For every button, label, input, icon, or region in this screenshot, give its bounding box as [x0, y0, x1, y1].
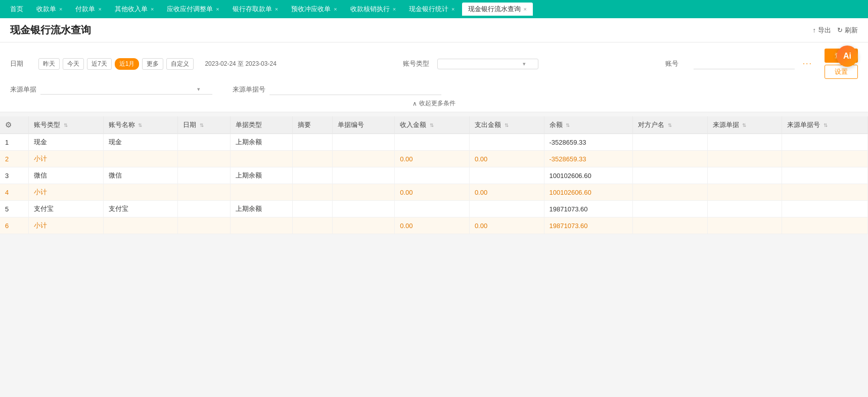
col-gear[interactable]: ⚙: [0, 116, 28, 134]
nav-item-home[interactable]: 首页: [4, 3, 29, 16]
table-header-row: ⚙ 账号类型 ⇅ 账号名称 ⇅ 日期 ⇅ 单据类型 摘要 单据编号 收入金额 ⇅…: [0, 116, 868, 134]
collapse-button[interactable]: ∧ 收起更多条件: [413, 99, 455, 108]
cell-expense: 0.00: [469, 151, 544, 167]
col-source-doc[interactable]: 来源单据 ⇅: [707, 116, 782, 134]
export-icon: ↑: [813, 26, 816, 34]
account-type-label: 账号类型: [403, 59, 429, 68]
close-icon[interactable]: ×: [151, 6, 154, 12]
date-btn-1month[interactable]: 近1月: [115, 58, 140, 70]
chevron-down-icon: ▾: [197, 86, 200, 93]
nav-item-cash-bank-flow[interactable]: 现金银行流水查询 ×: [462, 3, 533, 16]
close-icon[interactable]: ×: [451, 6, 454, 12]
settings-button[interactable]: 设置: [825, 65, 858, 79]
cell-counterparty: [633, 217, 708, 234]
col-date[interactable]: 日期 ⇅: [178, 116, 231, 134]
nav-item-bank-deposit[interactable]: 银行存取款单 ×: [226, 3, 284, 16]
cell-summary: [293, 151, 333, 167]
close-icon[interactable]: ×: [393, 6, 396, 12]
close-icon[interactable]: ×: [98, 6, 101, 12]
cell-balance: 100102606.60: [544, 167, 633, 184]
cell-balance: 19871073.60: [544, 201, 633, 217]
date-options: 昨天 今天 近7天 近1月 更多 自定义: [38, 58, 194, 70]
cell-num: 4: [0, 184, 28, 201]
account-input[interactable]: [694, 58, 795, 69]
cell-source-doc-no: [782, 151, 868, 167]
col-expense[interactable]: 支出金额 ⇅: [469, 116, 544, 134]
nav-item-other-income[interactable]: 其他收入单 ×: [109, 3, 160, 16]
cell-date: [178, 201, 231, 217]
table-row: 6 小计 0.00 0.00 19871073.60: [0, 217, 868, 234]
nav-item-adjustment[interactable]: 应收应付调整单 ×: [161, 3, 225, 16]
date-btn-yesterday[interactable]: 昨天: [38, 58, 60, 70]
account-dots-button[interactable]: ···: [803, 59, 812, 68]
sort-icon: ⇅: [138, 122, 142, 128]
date-btn-custom[interactable]: 自定义: [166, 58, 194, 70]
cell-income: 0.00: [395, 184, 470, 201]
sort-icon: ⇅: [742, 122, 746, 128]
source-doc-no-input[interactable]: [269, 84, 441, 95]
filter-area: 日期 昨天 今天 近7天 近1月 更多 自定义 2023-02-24 至 202…: [0, 42, 868, 112]
cell-summary: [293, 167, 333, 184]
nav-item-collection[interactable]: 收款核销执行 ×: [344, 3, 402, 16]
col-counterparty[interactable]: 对方户名 ⇅: [633, 116, 708, 134]
col-account-type[interactable]: 账号类型 ⇅: [28, 116, 103, 134]
refresh-button[interactable]: ↻ 刷新: [837, 26, 858, 35]
close-icon[interactable]: ×: [524, 6, 527, 12]
cell-expense: 0.00: [469, 217, 544, 234]
cell-summary: [293, 184, 333, 201]
table-body: 1 现金 现金 上期余额 -3528659.33 2 小计 0.00 0.00 …: [0, 134, 868, 234]
date-btn-today[interactable]: 今天: [63, 58, 84, 70]
close-icon[interactable]: ×: [334, 6, 337, 12]
cell-doc-no: [333, 167, 395, 184]
cell-date: [178, 184, 231, 201]
cell-account-name: [103, 217, 178, 234]
sort-icon: ⇅: [824, 122, 828, 128]
source-doc-select[interactable]: ▾: [40, 84, 212, 95]
cell-income: 0.00: [395, 217, 470, 234]
cell-source-doc-no: [782, 217, 868, 234]
sort-icon: ⇅: [64, 122, 68, 128]
refresh-icon: ↻: [837, 26, 843, 34]
col-balance[interactable]: 余额 ⇅: [544, 116, 633, 134]
cell-account-type: 小计: [28, 151, 103, 167]
account-type-select[interactable]: ▾: [437, 59, 538, 69]
nav-item-payment[interactable]: 付款单 ×: [69, 3, 107, 16]
col-income[interactable]: 收入金额 ⇅: [395, 116, 470, 134]
cell-doc-type: [231, 151, 293, 167]
date-btn-7days[interactable]: 近7天: [87, 58, 112, 70]
col-source-doc-no[interactable]: 来源单据号 ⇅: [782, 116, 868, 134]
close-icon[interactable]: ×: [59, 6, 62, 12]
cell-account-type: 微信: [28, 167, 103, 184]
cell-balance: -3528659.33: [544, 151, 633, 167]
cell-num: 3: [0, 167, 28, 184]
cell-doc-type: 上期余额: [231, 201, 293, 217]
gear-icon[interactable]: ⚙: [5, 120, 12, 129]
cell-num: 6: [0, 217, 28, 234]
sort-icon: ⇅: [430, 122, 434, 128]
ai-assistant-button[interactable]: Ai: [837, 46, 858, 67]
cell-source-doc: [707, 184, 782, 201]
close-icon[interactable]: ×: [275, 6, 278, 12]
sort-icon: ⇅: [566, 122, 570, 128]
date-range-display: 2023-02-24 至 2023-03-24: [205, 60, 276, 68]
data-table: ⚙ 账号类型 ⇅ 账号名称 ⇅ 日期 ⇅ 单据类型 摘要 单据编号 收入金额 ⇅…: [0, 116, 868, 234]
nav-item-receipt[interactable]: 收款单 ×: [30, 3, 68, 16]
nav-item-prepayment[interactable]: 预收冲应收单 ×: [285, 3, 343, 16]
cell-account-name: 支付宝: [103, 201, 178, 217]
cell-account-name: [103, 184, 178, 201]
close-icon[interactable]: ×: [216, 6, 219, 12]
col-doc-no: 单据编号: [333, 116, 395, 134]
nav-item-bank-stats[interactable]: 现金银行统计 ×: [403, 3, 461, 16]
sort-icon: ⇅: [200, 122, 204, 128]
page-header: 现金银行流水查询 ↑ 导出 ↻ 刷新: [0, 18, 868, 42]
cell-income: [395, 201, 470, 217]
col-account-name[interactable]: 账号名称 ⇅: [103, 116, 178, 134]
cell-num: 1: [0, 134, 28, 151]
export-button[interactable]: ↑ 导出: [813, 26, 832, 35]
date-btn-more[interactable]: 更多: [142, 58, 163, 70]
cell-summary: [293, 201, 333, 217]
header-actions: ↑ 导出 ↻ 刷新: [813, 26, 858, 35]
cell-date: [178, 151, 231, 167]
cell-summary: [293, 134, 333, 151]
cell-account-type: 支付宝: [28, 201, 103, 217]
